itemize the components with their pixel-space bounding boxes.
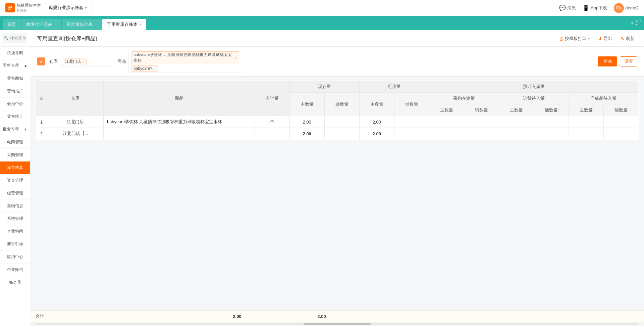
row-ip-main — [499, 116, 534, 128]
sidebar-item-marketing[interactable]: 营销推广 — [0, 85, 30, 98]
row-avail-main: 2.00 — [359, 128, 394, 140]
nav-tabs: 首页 收发存汇总表 × 要货单统计表 × 可用量库存账本 × × ⛶ — [0, 16, 644, 30]
close-icon[interactable]: × — [140, 22, 142, 27]
filter-more-icon[interactable]: ··· — [159, 66, 163, 71]
table-available-header: 可用量 — [359, 81, 429, 93]
remove-tag-icon[interactable]: × — [82, 59, 84, 63]
sidebar: 🔍 搜索菜单 快捷导航 零售管理 ▲ 零售商城 营销推广 会员中心 零售统计 批… — [0, 30, 30, 326]
table-row: 1 江北门店 babycare学饮杯 儿童防摔防撞吸管杯重力球吸嘴杯宝宝水杯 个… — [36, 116, 639, 128]
gear-icon[interactable]: ⚙ — [39, 96, 44, 101]
table-warehouse-header: 仓库 — [47, 81, 104, 116]
sidebar-item-quick-nav[interactable]: 快捷导航 — [0, 47, 30, 59]
sidebar-item-wholesale-mgmt[interactable]: 批发管理 ▼ — [0, 123, 30, 136]
row-pt-main — [429, 116, 464, 128]
row-no: 1 — [36, 116, 47, 128]
user-profile-button[interactable]: Ea demo2 — [614, 3, 639, 13]
row-product: babycare学饮杯 儿童防摔防撞吸管杯重力球吸嘴杯宝宝水杯 — [103, 116, 255, 128]
sidebar-quick-nav-label: 快捷导航 — [7, 50, 23, 55]
sidebar-item-new-guide[interactable]: 新手引导 — [0, 238, 30, 251]
sidebar-item-retail-mall[interactable]: 零售商城 — [0, 72, 30, 85]
query-button[interactable]: 查询 — [598, 56, 617, 66]
filter-expand-button[interactable]: » — [37, 57, 45, 65]
sidebar-inventory-check-label: 库存核算 — [7, 165, 23, 170]
footer-avail-aux — [343, 314, 385, 319]
sidebar-item-finance[interactable]: 资金管理 — [0, 174, 30, 187]
sidebar-item-app-center[interactable]: 应用中心 — [0, 251, 30, 264]
main-layout: 🔍 搜索菜单 快捷导航 零售管理 ▲ 零售商城 营销推广 会员中心 零售统计 批… — [0, 30, 644, 326]
scroll-thumb[interactable] — [304, 323, 371, 325]
sidebar-enterprise-collab-label: 企业协同 — [7, 229, 23, 234]
table-stock-aux-header: 辅数量 — [324, 93, 359, 116]
message-button[interactable]: 💬 消息 — [559, 5, 576, 11]
logo-area: 好 畅捷通好生意 标准版 — [5, 3, 41, 12]
sidebar-item-enterprise-wechat[interactable]: 企业微信 — [0, 264, 30, 276]
export-button[interactable]: ⬇ 导出 — [596, 34, 615, 43]
sidebar-item-member-center[interactable]: 会员中心 — [0, 98, 30, 110]
table-footer: 合计 2.00 2.00 — [30, 310, 644, 322]
tab-order-stats[interactable]: 要货单统计表 × — [62, 19, 101, 30]
row-stock-aux — [324, 128, 359, 140]
logo-text: 畅捷通好生意 — [17, 3, 41, 8]
sidebar-item-member[interactable]: 畅会员 — [0, 276, 30, 289]
sidebar-item-purchase-mgmt[interactable]: 采购管理 — [0, 149, 30, 161]
search-menu-button[interactable]: 🔍 搜索菜单 — [3, 34, 27, 43]
app-download-button[interactable]: 📱 App下载 — [583, 5, 607, 11]
product-filter-input[interactable]: babycare学饮杯 儿童防摔防撞吸管杯重力球吸嘴杯宝宝水杯 × babyca… — [128, 50, 242, 73]
setting-button[interactable]: 设置 — [620, 56, 637, 66]
tab-home[interactable]: 首页 — [3, 19, 21, 30]
sidebar-item-ecommerce[interactable]: 电商管理 — [0, 136, 30, 149]
print-button[interactable]: 🖨 按模板打印 ▾ — [556, 34, 592, 43]
table-unit-header: 主计量 — [255, 81, 289, 116]
sidebar-item-enterprise-collab[interactable]: 企业协同 — [0, 225, 30, 238]
warehouse-filter-input[interactable]: 江北门店 × ··· — [60, 57, 113, 66]
page-title: 可用量查询(按仓库+商品) — [37, 35, 97, 42]
sidebar-item-system[interactable]: 系统管理 — [0, 213, 30, 225]
sidebar-item-inventory-check[interactable]: 库存核算 — [0, 161, 30, 174]
sidebar-app-center-label: 应用中心 — [7, 254, 23, 259]
sidebar-system-label: 系统管理 — [7, 216, 23, 221]
page-actions: 🖨 按模板打印 ▾ ⬇ 导出 ↻ 刷新 — [556, 34, 637, 43]
tab-available-stock[interactable]: 可用量库存账本 × — [102, 19, 146, 30]
remove-tag-icon[interactable]: × — [235, 56, 237, 60]
sidebar-ecommerce-label: 电商管理 — [7, 140, 23, 144]
sidebar-item-basic-info[interactable]: 基础信息 — [0, 200, 30, 213]
row-avail-main: 2.00 — [359, 116, 394, 128]
row-stock-aux — [324, 116, 359, 128]
refresh-button[interactable]: ↻ 刷新 — [618, 34, 637, 43]
row-stock-main: 2.00 — [289, 116, 324, 128]
row-warehouse: 江北门店【... — [47, 128, 104, 140]
sidebar-search-area: 🔍 搜索菜单 — [0, 30, 30, 47]
sidebar-operations-label: 经营管理 — [7, 191, 23, 195]
footer-fg-main — [554, 314, 596, 319]
filter-more-icon[interactable]: ··· — [88, 59, 92, 64]
data-table: ⚙ 仓库 商品 主计量 现存量 可用量 预计入库量 主数量 辅数量 主数量 辅数… — [36, 81, 639, 140]
sidebar-item-retail-mgmt[interactable]: 零售管理 ▲ — [0, 59, 30, 72]
top-bar: 好 畅捷通好生意 标准版 母婴行业演示账套 ▾ 💬 消息 📱 App下载 Ea … — [0, 0, 644, 16]
sidebar-new-guide-label: 新手引导 — [7, 242, 23, 246]
search-menu-label: 搜索菜单 — [10, 36, 26, 41]
maximize-button[interactable]: ⛶ — [636, 20, 641, 26]
row-fg-aux — [603, 116, 638, 128]
chevron-down-icon: ▼ — [24, 128, 27, 131]
table-avail-aux-header: 辅数量 — [394, 93, 429, 116]
warehouse-selector[interactable]: 母婴行业演示账套 ▾ — [45, 3, 92, 12]
table-planned-inbound-header: 预计入库量 — [429, 81, 638, 93]
tab-receive[interactable]: 收发存汇总表 × — [21, 19, 61, 30]
message-icon: 💬 — [559, 5, 566, 11]
sidebar-item-operations[interactable]: 经营管理 — [0, 187, 30, 200]
footer-empty-1 — [89, 314, 131, 319]
page-title-row: 可用量查询(按仓库+商品) 🖨 按模板打印 ▾ ⬇ 导出 ↻ 刷新 — [37, 34, 637, 46]
table-ip-main-header: 主数量 — [499, 104, 534, 116]
sidebar-item-retail-stats[interactable]: 零售统计 — [0, 110, 30, 123]
close-icon[interactable]: × — [54, 22, 56, 27]
product-tag-2-text: babycare?... — [133, 66, 156, 71]
footer-values: 2.00 2.00 — [89, 314, 639, 319]
close-icon[interactable]: × — [95, 22, 97, 27]
export-label: 导出 — [603, 36, 612, 42]
close-all-tabs-button[interactable]: × — [631, 20, 634, 26]
row-warehouse: 江北门店 — [47, 116, 104, 128]
product-tag-1-text: babycare学饮杯 儿童防摔防撞吸管杯重力球吸嘴杯宝宝水杯 — [133, 52, 234, 63]
sidebar-retail-mgmt-label: 零售管理 — [3, 63, 19, 68]
row-stock-main: 2.00 — [289, 128, 324, 140]
table-finished-goods-header: 产成品待入量 — [569, 93, 638, 104]
